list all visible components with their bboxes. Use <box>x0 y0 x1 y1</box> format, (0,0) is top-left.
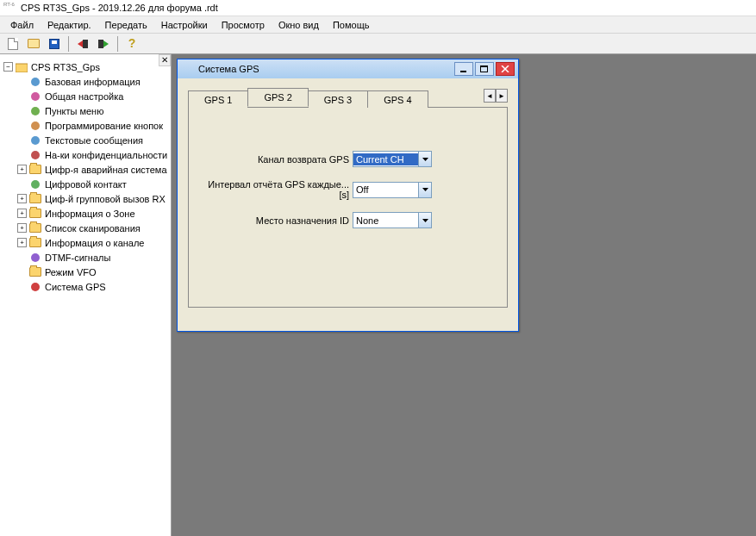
maximize-button[interactable] <box>475 62 494 76</box>
app-logo-icon <box>3 2 17 14</box>
expander-icon[interactable]: + <box>17 223 27 233</box>
combobox-value: Current CH <box>353 153 418 165</box>
tab-scroll-right-button[interactable]: ► <box>496 89 508 103</box>
tab[interactable]: GPS 1 <box>188 90 248 108</box>
menu-item[interactable]: Окно вид <box>272 18 326 32</box>
tree-item[interactable]: Режим VFO <box>2 265 169 279</box>
tab[interactable]: GPS 3 <box>308 90 368 108</box>
expander-icon[interactable]: + <box>17 209 27 218</box>
expander-spacer <box>17 282 27 291</box>
expander-spacer <box>17 150 27 159</box>
tree-label: Базовая информация <box>45 77 141 87</box>
expander-spacer <box>17 135 27 145</box>
tree-close-button[interactable]: ✕ <box>159 54 171 66</box>
tree-item[interactable]: Базовая информация <box>2 74 169 89</box>
toolbar-separator <box>68 36 69 52</box>
root-icon <box>15 60 28 74</box>
save-file-button[interactable] <box>45 35 64 53</box>
menu-item[interactable]: Помощь <box>326 18 377 32</box>
expander-icon[interactable]: + <box>17 194 27 203</box>
expander-spacer <box>17 252 27 262</box>
tree-label: Цифр-я аварийная система <box>45 165 167 175</box>
field-label: Место назначения ID <box>206 215 353 226</box>
document-icon <box>8 38 18 50</box>
tree-item[interactable]: Пункты меню <box>2 103 169 118</box>
expander-spacer <box>17 179 27 189</box>
chevron-down-icon[interactable] <box>418 183 431 197</box>
tab-scroll-left-button[interactable]: ◄ <box>484 89 496 103</box>
tree-label: CPS RT3S_Gps <box>31 62 100 72</box>
menu-item[interactable]: Настройки <box>154 18 215 32</box>
child-logo-icon <box>181 63 195 75</box>
svg-rect-0 <box>16 64 28 72</box>
help-button[interactable]: ? <box>122 35 141 53</box>
item-icon <box>28 134 42 147</box>
tree-item[interactable]: +Циф-й групповой вызов RX <box>2 191 169 206</box>
tree-item[interactable]: Цифровой контакт <box>2 177 169 191</box>
chevron-down-icon[interactable] <box>418 213 431 227</box>
expander-spacer <box>17 121 27 130</box>
tab[interactable]: GPS 2 <box>247 88 308 107</box>
tree-panel: ✕ − CPS RT3S_GpsБазовая информацияОбщая … <box>0 54 172 536</box>
tab[interactable]: GPS 4 <box>367 90 428 108</box>
expander-icon[interactable]: − <box>3 62 13 72</box>
expander-spacer <box>17 106 27 115</box>
combobox[interactable]: None <box>353 212 432 228</box>
tree-item[interactable]: Программирование кнопок <box>2 118 169 133</box>
menu-item[interactable]: Редактир. <box>41 18 98 32</box>
tree-item[interactable]: +Информация о канале <box>2 235 169 250</box>
tree-item[interactable]: Система GPS <box>2 279 169 294</box>
item-icon <box>28 75 42 89</box>
tree-label: Информация о канале <box>45 238 144 248</box>
tree-item[interactable]: DTMF-сигналы <box>2 250 169 265</box>
expander-spacer <box>17 91 27 101</box>
tree-item[interactable]: Текстовые сообщения <box>2 133 169 147</box>
menubar: ФайлРедактир.ПередатьНастройкиПросмотрОк… <box>0 16 756 34</box>
field-label: Канал возврата GPS <box>206 154 353 165</box>
tree-item[interactable]: +Цифр-я аварийная система <box>2 162 169 177</box>
tree-item[interactable]: На-ки конфиденциальности <box>2 147 169 162</box>
tree-root[interactable]: − CPS RT3S_Gps <box>2 59 169 74</box>
minimize-icon <box>459 65 468 72</box>
form-row: Интервал отчёта GPS каждые...[s] Off <box>206 179 490 200</box>
folder-open-icon <box>28 39 40 48</box>
item-icon <box>28 148 42 162</box>
tabstrip: GPS 1GPS 2GPS 3GPS 4 ◄ ► <box>188 89 508 108</box>
minimize-button[interactable] <box>454 62 473 76</box>
toolbar: ? <box>0 34 756 54</box>
item-icon <box>28 119 42 133</box>
folder-icon <box>28 192 42 206</box>
help-icon: ? <box>126 38 138 50</box>
open-file-button[interactable] <box>24 35 43 53</box>
combobox[interactable]: Off <box>353 182 432 198</box>
new-file-button[interactable] <box>3 35 22 53</box>
item-icon <box>28 178 42 191</box>
tree-item[interactable]: +Список сканирования <box>2 221 169 235</box>
expander-icon[interactable]: + <box>17 238 27 247</box>
write-device-button[interactable] <box>94 35 113 53</box>
folder-icon <box>28 236 42 250</box>
tree-label: Список сканирования <box>45 223 141 234</box>
menu-item[interactable]: Просмотр <box>215 18 272 32</box>
item-icon <box>28 251 42 265</box>
tree-item[interactable]: +Информация о Зоне <box>2 206 169 221</box>
tree-label: Циф-й групповой вызов RX <box>45 194 166 204</box>
folder-icon <box>28 207 42 221</box>
close-button[interactable] <box>496 62 515 76</box>
svg-rect-3 <box>480 65 488 67</box>
app-titlebar: CPS RT3S_Gps - 2019.12.26 для форума .rd… <box>0 0 756 16</box>
menu-item[interactable]: Файл <box>3 18 41 32</box>
item-icon <box>28 104 42 118</box>
nav-tree: − CPS RT3S_GpsБазовая информацияОбщая на… <box>0 54 171 299</box>
mdi-area: Система GPS GPS 1GPS 2GPS 3GPS 4 ◄ ► Кан… <box>172 54 756 536</box>
expander-spacer <box>17 267 27 277</box>
tree-item[interactable]: Общая настройка <box>2 89 169 103</box>
tree-label: Информация о Зоне <box>45 209 135 219</box>
menu-item[interactable]: Передать <box>98 18 154 32</box>
expander-icon[interactable]: + <box>17 165 27 174</box>
chevron-down-icon[interactable] <box>418 152 431 166</box>
folder-icon <box>28 265 42 279</box>
combobox[interactable]: Current CH <box>353 151 432 167</box>
tab-scroller: ◄ ► <box>484 89 508 103</box>
read-device-button[interactable] <box>73 35 92 53</box>
